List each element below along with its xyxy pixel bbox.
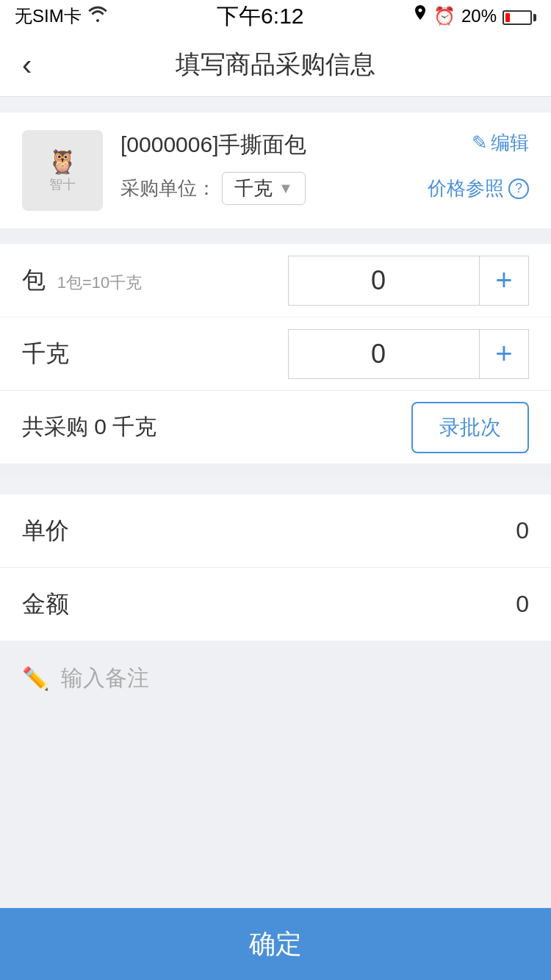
record-batch-button[interactable]: 录批次 [411,402,529,453]
back-button[interactable]: ‹ [22,50,32,79]
product-image: 🦉 智十 [22,130,103,211]
amount-label: 金额 [22,588,69,621]
pricing-section: 单价 0 金额 0 [0,494,551,641]
summary-row: 共采购 0 千克 录批次 [0,391,551,464]
unit-price-row: 单价 0 [0,494,551,568]
dropdown-arrow-icon: ▼ [278,180,293,197]
pencil-icon: ✏️ [22,666,49,691]
product-name: [0000006]手撕面包 [120,130,306,160]
bag-label-container: 包 1包=10千克 [22,264,142,297]
remark-input[interactable]: 输入备注 [61,663,149,693]
edit-button[interactable]: ✎ 编辑 [472,130,529,156]
bag-plus-button[interactable]: + [479,256,529,306]
battery-icon [503,6,536,26]
alarm-icon: ⏰ [433,6,455,26]
price-ref-button[interactable]: 价格参照 ? [428,176,529,201]
carrier-text: 无SIM卡 [15,4,82,28]
bag-label: 包 [22,267,46,293]
kg-label: 千克 [22,340,69,367]
amount-value: 0 [516,591,529,618]
divider-2 [0,464,551,479]
bag-input-row: 包 1包=10千克 + [0,244,551,317]
status-bar: 无SIM卡 下午6:12 ⏰ 20% [0,0,551,32]
kg-label-container: 千克 [22,338,110,370]
confirm-button[interactable]: 确定 [0,908,551,980]
unit-price-label: 单价 [22,515,69,547]
status-right: ⏰ 20% [413,5,536,27]
product-code: [0000006] [120,132,218,156]
bag-input-right: + [142,256,529,306]
unit-label: 采购单位： [120,176,216,201]
product-logo: 🦉 [48,148,77,176]
amount-row: 金额 0 [0,568,551,641]
unit-select[interactable]: 千克 ▼ [222,172,306,205]
product-card: 🦉 智十 [0000006]手撕面包 ✎ 编辑 采购单位： 千克 ▼ 价格参照 [0,112,551,229]
summary-text: 共采购 0 千克 [22,412,156,442]
info-icon: ? [508,179,529,199]
kg-quantity-input[interactable] [288,329,479,379]
status-time: 下午6:12 [217,1,303,32]
kg-plus-button[interactable]: + [479,329,529,379]
input-section: 包 1包=10千克 + 千克 + 共采购 0 千克 录批次 [0,244,551,464]
edit-icon: ✎ [472,131,488,154]
unit-price-value: 0 [516,517,529,544]
product-unit-row: 采购单位： 千克 ▼ 价格参照 ? [120,172,529,205]
bag-sublabel: 1包=10千克 [57,273,143,292]
location-icon [413,5,428,27]
status-left: 无SIM卡 [15,4,108,28]
battery-percent: 20% [461,6,497,26]
product-name-row: [0000006]手撕面包 ✎ 编辑 [120,130,529,160]
page-title: 填写商品采购信息 [176,48,375,82]
price-ref-label: 价格参照 [428,176,504,201]
kg-input-row: 千克 + [0,317,551,391]
product-info: [0000006]手撕面包 ✎ 编辑 采购单位： 千克 ▼ 价格参照 ? [120,130,529,205]
confirm-btn-container: 确定 [0,908,551,980]
bag-quantity-input[interactable] [288,256,479,306]
product-title: 手撕面包 [218,132,306,156]
divider-1 [0,229,551,244]
nav-bar: ‹ 填写商品采购信息 [0,32,551,97]
wifi-icon [87,6,108,26]
kg-input-right: + [110,329,529,379]
edit-label: 编辑 [491,130,529,156]
remark-section[interactable]: ✏️ 输入备注 [0,641,551,716]
product-logo-sub: 智十 [49,176,76,193]
unit-value: 千克 [234,176,273,201]
